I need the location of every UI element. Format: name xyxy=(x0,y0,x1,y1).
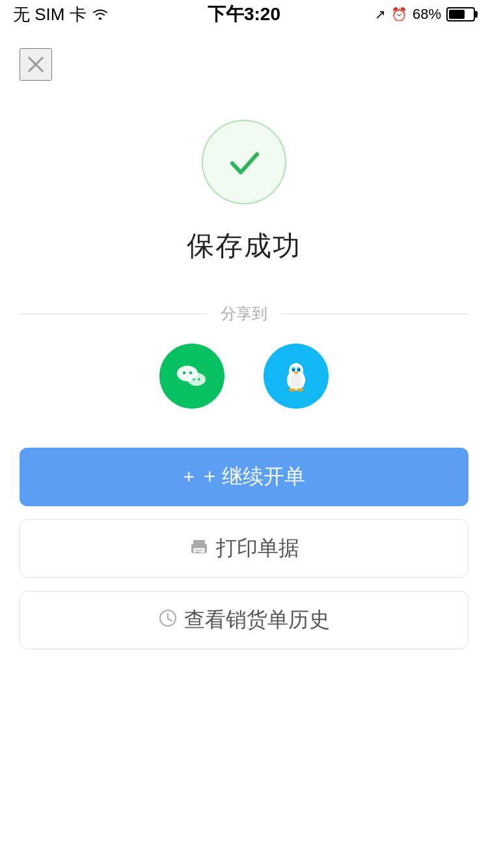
qq-icon xyxy=(278,358,314,394)
location-icon: ↗ xyxy=(375,7,386,22)
svg-rect-19 xyxy=(195,550,203,551)
svg-point-2 xyxy=(183,372,185,374)
svg-point-13 xyxy=(290,373,302,388)
divider-line-right xyxy=(280,314,468,314)
svg-rect-20 xyxy=(195,552,200,553)
qq-share-button[interactable] xyxy=(264,344,329,409)
sim-text: 无 SIM 卡 xyxy=(13,3,87,26)
print-icon xyxy=(189,537,210,560)
divider-line-left xyxy=(20,314,208,314)
main-content: 保存成功 分享到 xyxy=(0,29,488,675)
svg-rect-17 xyxy=(193,540,205,545)
wechat-icon xyxy=(174,358,210,394)
svg-line-23 xyxy=(168,619,172,621)
checkmark-icon xyxy=(224,142,264,182)
continue-order-label: + 继续开单 xyxy=(204,463,305,491)
status-left: 无 SIM 卡 xyxy=(13,3,109,26)
success-circle xyxy=(202,120,286,204)
svg-point-1 xyxy=(187,373,206,386)
share-icons xyxy=(20,344,468,409)
svg-point-4 xyxy=(193,378,195,381)
svg-point-11 xyxy=(298,369,300,371)
alarm-icon: ⏰ xyxy=(391,7,407,22)
close-button[interactable] xyxy=(20,48,52,81)
history-label: 查看销货单历史 xyxy=(184,606,330,634)
history-icon xyxy=(158,608,178,632)
share-divider: 分享到 xyxy=(20,303,468,324)
print-button[interactable]: 打印单据 xyxy=(20,519,468,578)
share-label: 分享到 xyxy=(208,303,280,324)
print-label: 打印单据 xyxy=(216,534,299,563)
status-time: 下午3:20 xyxy=(208,2,280,27)
continue-order-button[interactable]: + + 继续开单 xyxy=(20,448,468,506)
svg-point-15 xyxy=(297,388,303,392)
plus-icon: + xyxy=(183,466,195,488)
battery-indicator xyxy=(446,7,475,21)
success-title: 保存成功 xyxy=(187,228,301,264)
status-bar: 无 SIM 卡 下午3:20 ↗ ⏰ 68% xyxy=(0,0,488,29)
svg-point-14 xyxy=(289,388,295,392)
history-button[interactable]: 查看销货单历史 xyxy=(20,591,468,649)
svg-point-10 xyxy=(293,369,295,371)
status-right: ↗ ⏰ 68% xyxy=(375,6,475,23)
battery-percent: 68% xyxy=(413,6,441,23)
close-icon xyxy=(25,54,46,75)
action-buttons: + + 继续开单 打印单据 xyxy=(20,448,468,649)
svg-point-5 xyxy=(198,378,200,381)
success-section: 保存成功 xyxy=(20,120,468,264)
svg-point-3 xyxy=(189,372,192,374)
wifi-icon xyxy=(92,5,109,25)
wechat-share-button[interactable] xyxy=(159,344,224,409)
